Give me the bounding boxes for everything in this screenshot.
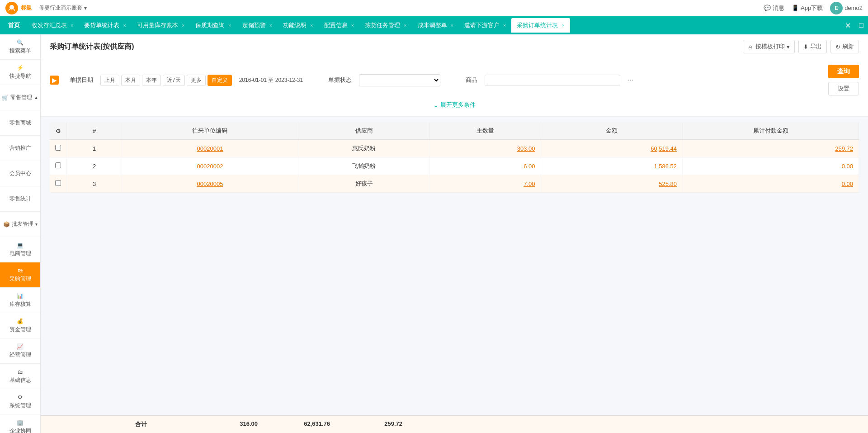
sidebar-item-purchase[interactable]: 🛍 采购管理 xyxy=(0,262,40,288)
row-qty[interactable]: 6.00 xyxy=(430,157,541,175)
sidebar-item-inventory[interactable]: 📊 库存核算 xyxy=(0,288,40,313)
sidebar-item-search[interactable]: 🔍 搜索菜单 xyxy=(0,34,40,60)
row-paid[interactable]: 259.72 xyxy=(683,140,859,157)
table-col-gear[interactable]: ⚙ xyxy=(50,122,67,140)
export-label: 导出 xyxy=(810,43,822,51)
inventory-icon: 📊 xyxy=(17,293,24,299)
row-code[interactable]: 00020002 xyxy=(122,157,298,175)
tab-yaohuo[interactable]: 要货单统计表 × xyxy=(79,18,131,33)
tab-peizhi-label: 配置信息 xyxy=(324,21,348,29)
tab-yaoqing-label: 邀请下游客户 xyxy=(464,21,500,29)
sidebar-item-member[interactable]: 会员中心 xyxy=(0,161,40,186)
sidebar-purchase-label: 采购管理 xyxy=(9,276,31,283)
row-check[interactable] xyxy=(50,157,67,175)
table-col-seq: # xyxy=(67,122,122,140)
top-bar: 标题 母婴行业演示账套 ▾ 💬 消息 📱 App下载 E demo2 xyxy=(0,0,868,16)
sidebar-item-marketing[interactable]: 营销推广 xyxy=(0,136,40,161)
tab-chuchuyujing[interactable]: 超储预警 × xyxy=(237,18,278,33)
row-check[interactable] xyxy=(50,175,67,193)
more-filters-icon[interactable]: ··· xyxy=(627,76,633,84)
sidebar-system-label: 系统管理 xyxy=(9,402,31,409)
date-btn-custom[interactable]: 自定义 xyxy=(208,75,232,86)
sidebar-item-finance[interactable]: 💰 资金管理 xyxy=(0,313,40,338)
footer-row: 合计 316.00 62,631.76 259.72 xyxy=(41,416,868,433)
row-qty[interactable]: 303.00 xyxy=(430,140,541,157)
tab-gongneng-close[interactable]: × xyxy=(310,23,313,28)
table-col-paid: 累计付款金额 xyxy=(683,122,859,140)
refresh-btn[interactable]: ↻ 刷新 xyxy=(830,40,859,53)
expand-filter-btn[interactable]: ⌄ 展开更多条件 xyxy=(434,99,476,111)
workspace-selector[interactable]: 母婴行业演示账套 ▾ xyxy=(35,4,90,12)
row-qty[interactable]: 7.00 xyxy=(430,175,541,193)
expand-icon: ⌄ xyxy=(434,102,439,109)
tab-tuohuo-close[interactable]: × xyxy=(404,23,406,28)
date-btn-7days[interactable]: 近7天 xyxy=(163,75,185,86)
print-btn[interactable]: 🖨 按模板打印 ▾ xyxy=(743,40,795,53)
enterprise-icon: 🏢 xyxy=(17,419,24,426)
sidebar-item-enterprise[interactable]: 🏢 企业协同 xyxy=(0,414,40,433)
tab-caigou-close[interactable]: × xyxy=(561,23,564,28)
message-label: 消息 xyxy=(773,4,784,12)
date-range-display: 2016-01-01 至 2023-12-31 xyxy=(239,76,303,84)
tab-tuohuo[interactable]: 拣货任务管理 × xyxy=(359,18,412,33)
table-body: 1 00020001 惠氏奶粉 303.00 60,519.44 259.72 … xyxy=(50,140,859,193)
goods-filter-input[interactable] xyxy=(485,75,620,86)
setting-btn[interactable]: 设置 xyxy=(828,82,859,95)
app-download-btn[interactable]: 📱 App下载 xyxy=(792,4,823,12)
row-amount[interactable]: 525.80 xyxy=(541,175,683,193)
sidebar-item-retail[interactable]: 🛒 零售管理 ▲ xyxy=(0,85,40,110)
tab-yaoqing-close[interactable]: × xyxy=(503,23,506,28)
tab-shoufafahui-close[interactable]: × xyxy=(71,23,73,28)
tab-chengben[interactable]: 成本调整单 × xyxy=(412,18,459,33)
date-btn-this-year[interactable]: 本年 xyxy=(142,75,161,86)
row-amount[interactable]: 1,586.52 xyxy=(541,157,683,175)
tab-peizhi[interactable]: 配置信息 × xyxy=(319,18,359,33)
message-btn[interactable]: 💬 消息 xyxy=(764,4,784,12)
sidebar-item-system[interactable]: ⚙ 系统管理 xyxy=(0,389,40,414)
tab-keyong[interactable]: 可用量库存账本 × xyxy=(132,18,190,33)
sidebar-item-basic[interactable]: 🗂 基础信息 xyxy=(0,364,40,389)
row-seq: 1 xyxy=(67,140,122,157)
tab-home[interactable]: 首页 xyxy=(2,18,26,33)
sidebar-item-ecommerce[interactable]: 💻 电商管理 xyxy=(0,237,40,262)
row-paid[interactable]: 0.00 xyxy=(683,175,859,193)
user-menu[interactable]: E demo2 xyxy=(830,2,863,14)
date-btn-more[interactable]: 更多 xyxy=(187,75,206,86)
filter-toggle-btn[interactable]: ▶ xyxy=(50,76,59,85)
tab-chuchuyujing-label: 超储预警 xyxy=(242,21,266,29)
workspace-name: 母婴行业演示账套 xyxy=(39,4,82,12)
table-header-row: ⚙ # 往来单位编码 供应商 主数量 金额 累计付款金额 xyxy=(50,122,859,140)
tab-shoufafahui[interactable]: 收发存汇总表 × xyxy=(26,18,79,33)
row-seq: 3 xyxy=(67,175,122,193)
status-filter-select[interactable] xyxy=(359,74,440,86)
tab-baobao-close[interactable]: × xyxy=(228,23,231,28)
tab-yaoqing[interactable]: 邀请下游客户 × xyxy=(459,18,511,33)
sidebar-item-operation[interactable]: 📈 经营管理 xyxy=(0,338,40,364)
query-btn[interactable]: 查询 xyxy=(828,65,859,78)
date-btn-last-month[interactable]: 上月 xyxy=(100,75,119,86)
top-bar-left: 标题 母婴行业演示账套 ▾ xyxy=(5,2,90,14)
tab-close-all-btn[interactable]: ✕ xyxy=(842,20,854,31)
tab-gongneng[interactable]: 功能说明 × xyxy=(278,18,318,33)
tab-baobao[interactable]: 保质期查询 × xyxy=(190,18,236,33)
tab-maximize-btn[interactable]: □ xyxy=(856,20,866,30)
sidebar-item-batch[interactable]: 📦 批发管理 ▾ xyxy=(0,212,40,237)
tab-yaohuo-close[interactable]: × xyxy=(123,23,126,28)
table-header: ⚙ # 往来单位编码 供应商 主数量 金额 累计付款金额 xyxy=(50,122,859,140)
tab-yaohuo-label: 要货单统计表 xyxy=(84,21,119,29)
sidebar-item-retailstat[interactable]: 零售统计 xyxy=(0,186,40,212)
row-check[interactable] xyxy=(50,140,67,157)
row-amount[interactable]: 60,519.44 xyxy=(541,140,683,157)
row-paid[interactable]: 0.00 xyxy=(683,157,859,175)
tab-keyong-close[interactable]: × xyxy=(182,23,184,28)
tab-caigou[interactable]: 采购订单统计表 × xyxy=(511,18,570,33)
date-btn-this-month[interactable]: 本月 xyxy=(121,75,140,86)
sidebar-item-quicknav[interactable]: ⚡ 快捷导航 xyxy=(0,60,40,85)
tab-chuchuyujing-close[interactable]: × xyxy=(269,23,272,28)
export-btn[interactable]: ⬇ 导出 xyxy=(798,40,827,53)
sidebar-item-retailshop[interactable]: 零售商城 xyxy=(0,110,40,136)
row-code[interactable]: 00020001 xyxy=(122,140,298,157)
tab-peizhi-close[interactable]: × xyxy=(351,23,354,28)
row-code[interactable]: 00020005 xyxy=(122,175,298,193)
tab-chengben-close[interactable]: × xyxy=(451,23,453,28)
